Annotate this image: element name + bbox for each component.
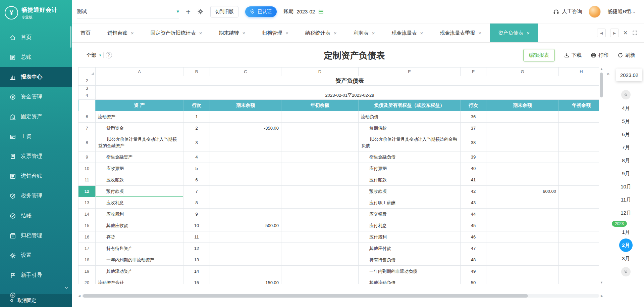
scope-filter-select[interactable]: 全部 ▾ bbox=[86, 52, 101, 58]
user-avatar[interactable] bbox=[589, 6, 601, 18]
month-item[interactable]: 4月 bbox=[622, 101, 630, 115]
row-number[interactable]: 10 bbox=[78, 163, 96, 174]
cell-asset-name[interactable]: 应收股利 bbox=[96, 209, 183, 220]
cell-liability-name[interactable]: 短期借款 bbox=[359, 123, 461, 134]
month-item[interactable]: 5月 bbox=[622, 115, 630, 128]
cell-liability-name[interactable]: 其他流动负债 bbox=[359, 277, 461, 284]
table-header-cell[interactable]: 资 产 bbox=[96, 100, 183, 111]
cell-liability-line[interactable]: 36 bbox=[461, 111, 486, 123]
cell-asset-beginning[interactable] bbox=[281, 266, 359, 277]
period-value[interactable]: 2023-02 bbox=[297, 9, 315, 14]
cell-liability-ending[interactable] bbox=[486, 220, 559, 231]
cell-asset-name[interactable]: 其他应收款 bbox=[96, 220, 183, 231]
unpin-sidebar-button[interactable]: 取消固定 bbox=[0, 294, 72, 307]
cell-liability-name[interactable]: 其他应付款 bbox=[359, 243, 461, 254]
tab-3[interactable]: 期末结转× bbox=[211, 24, 254, 42]
sidebar-item-7[interactable]: 进销台账 bbox=[0, 166, 72, 186]
period-range-cell[interactable]: 2023-02-01至2023-02-28 bbox=[96, 91, 599, 100]
cell-liability-line[interactable]: 48 bbox=[461, 254, 486, 266]
tabs-scroll-left-button[interactable]: ◀ bbox=[597, 29, 606, 37]
table-header-cell[interactable]: 行次 bbox=[461, 100, 486, 111]
cell-liability-beginning[interactable] bbox=[559, 123, 599, 134]
column-letter-H[interactable]: H bbox=[559, 68, 599, 76]
select-all-corner[interactable] bbox=[78, 68, 96, 76]
row-number[interactable]: 15 bbox=[78, 220, 96, 231]
cell-asset-line[interactable]: 5 bbox=[183, 163, 210, 174]
close-tab-button[interactable]: × bbox=[623, 29, 628, 37]
sidebar-item-1[interactable]: 总账 bbox=[0, 47, 72, 67]
cell-liability-name[interactable]: 应交税费 bbox=[359, 209, 461, 220]
sidebar-scrollbar-thumb[interactable] bbox=[70, 26, 71, 48]
row-number[interactable]: 14 bbox=[78, 209, 96, 220]
cell-liability-beginning[interactable] bbox=[559, 231, 599, 243]
month-item[interactable]: 6月 bbox=[622, 128, 630, 141]
sidebar-item-8[interactable]: 税务管理 bbox=[0, 186, 72, 206]
cell-asset-name[interactable]: 其他流动资产 bbox=[96, 266, 183, 277]
tab-close-icon[interactable]: × bbox=[372, 30, 375, 36]
cell-liability-name[interactable]: 应付利息 bbox=[359, 220, 461, 231]
months-scroll-up-button[interactable] bbox=[621, 90, 631, 99]
row-number[interactable]: 16 bbox=[78, 231, 96, 243]
cell-liability-beginning[interactable] bbox=[559, 111, 599, 123]
cell-asset-name[interactable]: 存货 bbox=[96, 231, 183, 243]
horizontal-scrollbar-track[interactable] bbox=[82, 294, 599, 298]
cell-asset-line[interactable]: 1 bbox=[183, 111, 210, 123]
cell-liability-line[interactable]: 39 bbox=[461, 151, 486, 163]
tab-close-icon[interactable]: × bbox=[243, 30, 246, 36]
tabs-scroll-right-button[interactable]: ▶ bbox=[610, 29, 619, 37]
cell-asset-beginning[interactable] bbox=[281, 186, 359, 197]
row-number[interactable]: 4 bbox=[78, 91, 96, 100]
cell-asset-ending[interactable] bbox=[210, 151, 281, 163]
cell-asset-ending[interactable]: 500.00 bbox=[210, 220, 281, 231]
empty-cell[interactable] bbox=[96, 86, 599, 91]
cell-liability-ending[interactable] bbox=[486, 111, 559, 123]
month-item[interactable]: 10月 bbox=[621, 180, 631, 193]
cell-liability-line[interactable]: 41 bbox=[461, 174, 486, 186]
user-name[interactable]: 畅捷通B组... bbox=[607, 8, 635, 15]
cell-asset-beginning[interactable] bbox=[281, 277, 359, 284]
column-letter-A[interactable]: A bbox=[96, 68, 183, 76]
cell-asset-beginning[interactable] bbox=[281, 243, 359, 254]
tab-1[interactable]: 进销台账× bbox=[99, 24, 142, 42]
cell-asset-beginning[interactable] bbox=[281, 123, 359, 134]
cell-liability-line[interactable]: 46 bbox=[461, 231, 486, 243]
table-header-cell[interactable]: 年初余额 bbox=[559, 100, 599, 111]
tab-close-icon[interactable]: × bbox=[199, 30, 202, 36]
cell-asset-beginning[interactable] bbox=[281, 231, 359, 243]
cell-liability-beginning[interactable] bbox=[559, 243, 599, 254]
sidebar-scroll-down-icon[interactable] bbox=[64, 286, 69, 292]
cell-liability-beginning[interactable] bbox=[559, 209, 599, 220]
cell-liability-name[interactable]: 衍生金融负债 bbox=[359, 151, 461, 163]
month-item[interactable]: 8月 bbox=[622, 154, 630, 167]
cell-liability-ending[interactable] bbox=[486, 243, 559, 254]
tab-2[interactable]: 固定资产折旧统计表× bbox=[142, 24, 211, 42]
cell-liability-beginning[interactable] bbox=[559, 254, 599, 266]
cell-asset-beginning[interactable] bbox=[281, 197, 359, 209]
tab-4[interactable]: 归档管理× bbox=[254, 24, 297, 42]
cell-liability-line[interactable]: 38 bbox=[461, 134, 486, 151]
sidebar-item-10[interactable]: 归档管理 bbox=[0, 226, 72, 246]
horizontal-scrollbar-thumb[interactable] bbox=[83, 294, 528, 298]
month-item[interactable]: 11月 bbox=[621, 193, 631, 206]
gear-icon[interactable] bbox=[197, 8, 204, 15]
cell-asset-line[interactable]: 12 bbox=[183, 243, 210, 254]
cell-liability-ending[interactable] bbox=[486, 134, 559, 151]
vertical-scrollbar-thumb[interactable] bbox=[600, 73, 603, 97]
cell-asset-name[interactable]: 持有待售资产 bbox=[96, 243, 183, 254]
row-number[interactable]: 2 bbox=[78, 76, 96, 86]
tab-9[interactable]: 资产负债表× bbox=[490, 24, 538, 42]
cell-asset-line[interactable]: 9 bbox=[183, 209, 210, 220]
row-number[interactable]: 19 bbox=[78, 266, 96, 277]
cell-liability-beginning[interactable] bbox=[559, 277, 599, 284]
cell-asset-ending[interactable] bbox=[210, 231, 281, 243]
column-letter-G[interactable]: G bbox=[486, 68, 559, 76]
cell-asset-line[interactable]: 2 bbox=[183, 123, 210, 134]
row-number[interactable]: 12 bbox=[78, 186, 96, 197]
tab-8[interactable]: 现金流量表季报× bbox=[431, 24, 490, 42]
cell-asset-name[interactable]: 应收利息 bbox=[96, 197, 183, 209]
cell-liability-line[interactable]: 45 bbox=[461, 220, 486, 231]
edit-report-button[interactable]: 编辑报表 bbox=[523, 49, 555, 61]
tab-close-icon[interactable]: × bbox=[334, 30, 337, 36]
sidebar-item-5[interactable]: 工资 bbox=[0, 127, 72, 146]
cell-liability-ending[interactable] bbox=[486, 174, 559, 186]
